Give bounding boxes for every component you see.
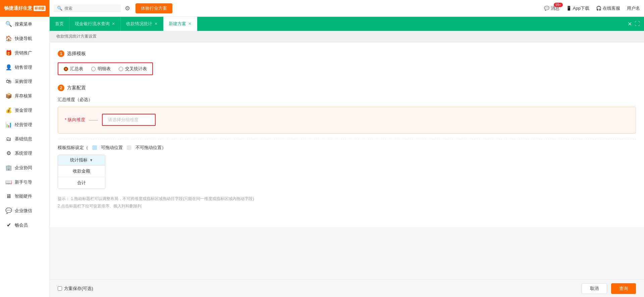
step1-title-text: 选择模板 bbox=[67, 51, 86, 57]
header: 🔍 ⚙ 体验行业方案 💬 消息 99+ 📱 App下载 🎧 在线客服 用户名 bbox=[50, 0, 644, 17]
sidebar-label-finance: 资金管理 bbox=[15, 107, 32, 113]
sidebar-item-wechat[interactable]: 💬企业微信 bbox=[0, 203, 49, 218]
service-link[interactable]: 🎧 在线客服 bbox=[596, 5, 620, 11]
sidebar-icon-marketing: 🎁 bbox=[5, 50, 12, 56]
sidebar-item-enterprise[interactable]: 🏢企业协同 bbox=[0, 160, 49, 175]
app-download-link[interactable]: 📱 App下载 bbox=[566, 5, 589, 11]
tab-home-label: 首页 bbox=[55, 21, 64, 27]
dim-section-label: 汇总维度（必选） bbox=[58, 97, 636, 103]
sidebar-item-inventory[interactable]: 📦库存核算 bbox=[0, 89, 49, 103]
sidebar-label-enterprise: 企业协同 bbox=[15, 165, 32, 171]
logo-badge: 标准版 bbox=[34, 6, 46, 11]
search-input[interactable] bbox=[64, 6, 111, 11]
stat-header-label: 统计指标 bbox=[70, 157, 88, 163]
vertical-dim-row: * 纵向维度 —— 请选择分组维度 bbox=[65, 114, 629, 126]
radio-cross[interactable]: 交叉统计表 bbox=[119, 66, 147, 72]
vertical-dim-label: * 纵向维度 bbox=[65, 117, 85, 123]
tab-bank-flow[interactable]: 现金银行流水查询 ✕ bbox=[69, 17, 121, 31]
window-expand-icon[interactable]: ⛶ bbox=[635, 21, 640, 27]
step2-badge: 2 bbox=[58, 85, 64, 91]
sidebar-item-operation[interactable]: 📊经营管理 bbox=[0, 117, 49, 132]
user-name[interactable]: 用户名 bbox=[627, 5, 640, 11]
sidebar-item-finance[interactable]: 💰资金管理 bbox=[0, 103, 49, 117]
cancel-button[interactable]: 取消 bbox=[582, 283, 607, 294]
sidebar-icon-member: ✔ bbox=[5, 222, 12, 228]
radio-cross-input[interactable] bbox=[119, 67, 123, 71]
radio-detail-input[interactable] bbox=[91, 67, 96, 71]
step1-badge: 1 bbox=[58, 50, 64, 57]
sidebar: 畅捷通好生意 标准版 🔍搜索菜单🏠快捷导航🎁营销推广👤销售管理🛍采购管理📦库存核… bbox=[0, 0, 50, 297]
stat-table: 统计指标 ▼ 收款金额 合计 bbox=[58, 155, 105, 189]
radio-detail-label: 明细表 bbox=[98, 66, 111, 72]
tab-bar-actions: ✕ ⛶ bbox=[628, 21, 644, 27]
sidebar-item-guide[interactable]: 📖新手引导 bbox=[0, 175, 49, 189]
tab-bank-flow-close[interactable]: ✕ bbox=[112, 21, 115, 26]
tab-receipt-stats[interactable]: 收款情况统计 ✕ bbox=[121, 17, 163, 31]
sidebar-item-hardware[interactable]: 🖥智能硬件 bbox=[0, 189, 49, 203]
unmovable-dot bbox=[127, 145, 131, 150]
tab-receipt-stats-label: 收款情况统计 bbox=[126, 21, 152, 27]
message-link[interactable]: 💬 消息 99+ bbox=[544, 5, 559, 11]
step2-title-text: 方案配置 bbox=[67, 85, 86, 91]
sidebar-item-purchase[interactable]: 🛍采购管理 bbox=[0, 75, 49, 89]
sidebar-item-search-menu[interactable]: 🔍搜索菜单 bbox=[0, 17, 49, 31]
sidebar-item-basic[interactable]: 🗂基础信息 bbox=[0, 132, 49, 146]
sidebar-item-sales[interactable]: 👤销售管理 bbox=[0, 60, 49, 75]
stat-dropdown-icon[interactable]: ▼ bbox=[90, 158, 93, 162]
sidebar-icon-inventory: 📦 bbox=[5, 93, 12, 99]
form-card: 1 选择模板 汇总表 明细表 交叉统计表 bbox=[50, 42, 644, 227]
step1-section: 1 选择模板 汇总表 明细表 交叉统计表 bbox=[58, 50, 636, 75]
logo-text: 畅捷通好生意 bbox=[4, 5, 32, 11]
sidebar-icon-quick-nav: 🏠 bbox=[5, 35, 12, 42]
tab-receipt-stats-close[interactable]: ✕ bbox=[154, 21, 158, 26]
dim-selector[interactable]: 请选择分组维度 bbox=[102, 114, 156, 126]
total-label: 合计 bbox=[58, 177, 105, 189]
radio-summary-label: 汇总表 bbox=[70, 66, 83, 72]
search-bar[interactable]: 🔍 bbox=[54, 4, 121, 12]
trial-button[interactable]: 体验行业方案 bbox=[136, 3, 172, 13]
sidebar-label-quick-nav: 快捷导航 bbox=[15, 36, 32, 42]
dim-arrow: —— bbox=[89, 117, 98, 122]
sidebar-item-quick-nav[interactable]: 🏠快捷导航 bbox=[0, 31, 49, 46]
sidebar-icon-hardware: 🖥 bbox=[5, 193, 12, 199]
tab-new-plan[interactable]: 新建方案 ✕ bbox=[163, 17, 197, 31]
step1-title: 1 选择模板 bbox=[58, 50, 636, 57]
dim-selector-text: 请选择分组维度 bbox=[108, 117, 139, 123]
unmovable-label: 不可拖动位置） bbox=[136, 145, 166, 151]
sidebar-icon-guide: 📖 bbox=[5, 179, 12, 185]
footer: 方案保存(可选) 取消 查询 bbox=[50, 280, 644, 297]
movable-dot bbox=[92, 145, 97, 150]
radio-summary[interactable]: 汇总表 bbox=[64, 66, 83, 72]
radio-summary-input[interactable] bbox=[64, 67, 68, 71]
save-option: 方案保存(可选) bbox=[58, 286, 93, 292]
sidebar-label-system: 系统管理 bbox=[15, 150, 32, 156]
radio-cross-label: 交叉统计表 bbox=[125, 66, 147, 72]
save-label: 方案保存(可选) bbox=[64, 286, 93, 292]
settings-icon[interactable]: ⚙ bbox=[125, 5, 130, 12]
amount-label: 收款金额 bbox=[58, 165, 105, 177]
window-close-icon[interactable]: ✕ bbox=[628, 21, 632, 27]
tab-bank-flow-label: 现金银行流水查询 bbox=[75, 21, 110, 27]
sidebar-icon-purchase: 🛍 bbox=[5, 79, 12, 85]
sidebar-label-marketing: 营销推广 bbox=[15, 50, 32, 56]
query-button[interactable]: 查询 bbox=[611, 283, 636, 294]
tab-home[interactable]: 首页 bbox=[50, 17, 69, 31]
step2-title: 2 方案配置 bbox=[58, 85, 636, 91]
tab-bar: 首页 现金银行流水查询 ✕ 收款情况统计 ✕ 新建方案 ✕ ✕ ⛶ bbox=[50, 17, 644, 31]
radio-detail[interactable]: 明细表 bbox=[91, 66, 111, 72]
save-checkbox[interactable] bbox=[58, 286, 62, 291]
main-area: 🔍 ⚙ 体验行业方案 💬 消息 99+ 📱 App下载 🎧 在线客服 用户名 首… bbox=[50, 0, 644, 297]
sidebar-label-basic: 基础信息 bbox=[15, 136, 32, 142]
sidebar-icon-enterprise: 🏢 bbox=[5, 164, 12, 171]
breadcrumb: 收款情况统计方案设置 bbox=[50, 31, 644, 42]
sidebar-item-marketing[interactable]: 🎁营销推广 bbox=[0, 46, 49, 60]
sidebar-label-guide: 新手引导 bbox=[15, 179, 32, 185]
footer-actions: 取消 查询 bbox=[582, 283, 636, 294]
sidebar-item-member[interactable]: ✔畅会员 bbox=[0, 218, 49, 232]
service-icon: 🎧 bbox=[596, 6, 601, 11]
sidebar-item-system[interactable]: ⚙系统管理 bbox=[0, 146, 49, 160]
tab-new-plan-close[interactable]: ✕ bbox=[188, 21, 192, 26]
stat-table-header[interactable]: 统计指标 ▼ bbox=[58, 155, 105, 165]
indicator-header: 模板指标设定（ 可拖动位置 不可拖动位置） bbox=[58, 145, 636, 151]
sidebar-label-wechat: 企业微信 bbox=[15, 208, 32, 214]
